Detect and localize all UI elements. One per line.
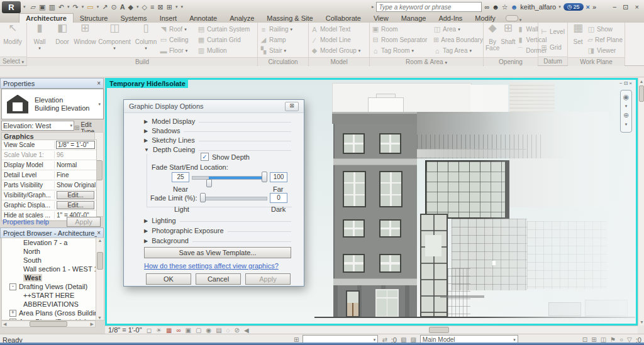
by-face-button[interactable]: ◆By Face — [486, 24, 499, 56]
browser-hscrollbar[interactable]: ◀ ▶ — [1, 320, 96, 327]
fade-limit-track[interactable] — [200, 197, 267, 200]
default-3d-view-icon[interactable]: ◆ — [128, 4, 133, 11]
panel-label-opening[interactable]: Opening — [484, 57, 538, 66]
view-scale-button[interactable]: 1/8" = 1'-0" — [108, 326, 142, 334]
thin-lines-icon[interactable]: ≡ — [150, 4, 154, 11]
show-depth-checkbox[interactable]: ✓ — [201, 153, 209, 161]
ribbon-state-caret-icon[interactable]: ▾ — [519, 18, 522, 23]
graphic-display-options-dialog[interactable]: Graphic Display Options ⊠ ▶Model Display… — [123, 99, 304, 287]
switch-caret-icon[interactable]: ▾ — [175, 4, 178, 9]
ramp-button[interactable]: ◢Ramp — [260, 35, 306, 45]
print-icon[interactable]: ▥ — [48, 4, 55, 11]
revit-app-button[interactable]: R — [2, 1, 21, 13]
collapse-expander-icon[interactable]: - — [9, 283, 16, 290]
section-model-display[interactable]: ▶Model Display — [144, 118, 291, 125]
cancel-button[interactable]: Cancel — [196, 273, 241, 285]
section-icon[interactable]: ◇ — [142, 4, 147, 11]
hide-analytical-model-icon[interactable]: ◌ — [226, 327, 230, 334]
reveal-constraints-icon[interactable]: ⊘ — [235, 327, 240, 334]
area-boundary-button[interactable]: ⊞Area Boundary — [433, 35, 481, 45]
close-hidden-windows-icon[interactable]: ⊠ — [157, 4, 163, 11]
shadows-icon[interactable]: ▦ — [166, 327, 172, 334]
component-button[interactable]: ◫Component▾ — [97, 24, 132, 56]
visibility-edit-button[interactable]: Edit... — [57, 191, 94, 199]
communication-center-badge[interactable]: ◷25 — [564, 3, 584, 11]
undo-icon[interactable]: ↶ — [58, 4, 64, 11]
temporary-hide-isolate-icon[interactable]: ∞ — [176, 327, 180, 334]
favorites-star-icon[interactable]: ☆ — [502, 4, 508, 11]
type-selector-caret-icon[interactable]: ▾ — [98, 102, 101, 107]
reveal-hidden-elements-icon[interactable]: ◉ — [206, 327, 211, 334]
canvas-hscrollbar-thumb[interactable] — [429, 327, 449, 333]
user-caret-icon[interactable]: ▾ — [558, 4, 561, 9]
browser-vscrollbar[interactable]: ▲ ▼ — [96, 238, 104, 320]
ok-button[interactable]: OK — [146, 273, 191, 285]
properties-help-link[interactable]: Properties help — [3, 218, 49, 226]
tree-item[interactable]: ABBREVIATIONS — [2, 300, 96, 309]
model-line-button[interactable]: ∕Model Line — [311, 35, 367, 45]
sun-path-icon[interactable]: ☀ — [156, 327, 162, 334]
floor-button[interactable]: ▬Floor▾ — [160, 45, 196, 56]
tab-systems[interactable]: Systems — [114, 14, 153, 23]
level-button[interactable]: ⊢Level — [540, 26, 565, 37]
set-button[interactable]: ▦Set — [570, 24, 586, 56]
search-binoculars-icon[interactable]: ∞ — [484, 4, 489, 11]
temporary-hide-isolate-label[interactable]: Temporary Hide/Isolate — [107, 80, 188, 88]
section-shadows[interactable]: ▶Shadows — [144, 127, 291, 134]
exchange-apps-icon[interactable]: × — [586, 4, 590, 11]
tab-view[interactable]: View — [367, 14, 395, 23]
steering-wheel-icon[interactable]: ◉ — [623, 93, 630, 101]
tree-item[interactable]: Elevation 7 - a — [2, 238, 96, 247]
window-button[interactable]: ⊞Window — [74, 24, 96, 56]
tab-collaborate[interactable]: Collaborate — [319, 14, 367, 23]
save-icon[interactable]: ▣ — [39, 4, 45, 11]
model-group-button[interactable]: ◆Model Group▾ — [311, 45, 367, 56]
fade-limit-input[interactable]: 0 — [270, 193, 287, 203]
tab-structure[interactable]: Structure — [74, 14, 114, 23]
tab-manage[interactable]: Manage — [395, 14, 433, 23]
panel-label-room-area[interactable]: Room & Area ▾ — [370, 57, 483, 66]
dialog-title-bar[interactable]: Graphic Display Options ⊠ — [124, 100, 304, 113]
ceiling-button[interactable]: ▭Ceiling — [160, 35, 196, 45]
tab-annotate[interactable]: Annotate — [183, 14, 223, 23]
panel-label-datum[interactable]: Datum — [538, 57, 567, 65]
ribbon-state-pill[interactable] — [506, 15, 518, 21]
view3d-caret-icon[interactable]: ▾ — [136, 4, 139, 9]
undo-caret-icon[interactable]: ▾ — [67, 4, 70, 9]
tree-item[interactable]: +Area Plans (Gross Building) — [2, 309, 96, 317]
ref-plane-button[interactable]: ▱Ref Plane — [587, 35, 623, 45]
curtain-grid-button[interactable]: ▦Curtain Grid — [197, 35, 255, 45]
panel-label-model[interactable]: Model — [309, 57, 369, 66]
panel-label-circulation[interactable]: Circulation — [258, 57, 308, 66]
section-photographic-exposure[interactable]: ▶Photographic Exposure — [144, 227, 291, 234]
expand-expander-icon[interactable]: + — [9, 310, 16, 317]
section-lighting[interactable]: ▶Lighting — [144, 217, 291, 224]
properties-close-icon[interactable]: × — [97, 80, 101, 87]
view-window-controls[interactable]: −⊡× — [619, 80, 633, 86]
show-depth-row[interactable]: ✓ Show Depth — [201, 153, 250, 161]
grid-button[interactable]: ⊞Grid — [540, 42, 565, 53]
property-row[interactable]: Graphic Displa...Edit... — [2, 200, 96, 211]
redo-caret-icon[interactable]: ▾ — [82, 4, 84, 9]
view-selector-combo[interactable]: Elevation: West ▾ — [1, 121, 74, 131]
room-separator-button[interactable]: ⊟Room Separator — [372, 35, 432, 45]
canvas-vscrollbar[interactable]: ▲ ▼ — [638, 78, 644, 326]
viewer-button[interactable]: ◨Viewer — [587, 45, 623, 56]
search-expand-icon[interactable]: ▸ — [372, 4, 374, 9]
fade-limit-handle[interactable] — [200, 193, 206, 202]
tree-item-selected[interactable]: West — [2, 273, 96, 282]
section-sketchy-lines[interactable]: ▶Sketchy Lines — [144, 136, 291, 144]
tab-add-ins[interactable]: Add-Ins — [432, 14, 469, 23]
properties-header[interactable]: Properties × — [0, 78, 104, 89]
project-browser-header[interactable]: Project Browser - Architecture_2016_T...… — [0, 227, 104, 238]
model-text-button[interactable]: AModel Text — [311, 24, 367, 35]
measure-caret-icon[interactable]: ▾ — [97, 4, 99, 9]
search-input[interactable] — [376, 2, 482, 12]
graphic-display-edit-button[interactable]: Edit... — [57, 201, 94, 209]
property-row[interactable]: Display ModelNormal — [2, 160, 96, 170]
fade-near-handle[interactable] — [206, 179, 212, 187]
redo-icon[interactable]: ↷ — [73, 4, 79, 11]
temporary-view-properties-icon[interactable]: ▤ — [216, 327, 221, 334]
tab-analyze[interactable]: Analyze — [223, 14, 260, 23]
type-selector[interactable]: Elevation Building Elevation ▾ — [1, 89, 104, 119]
